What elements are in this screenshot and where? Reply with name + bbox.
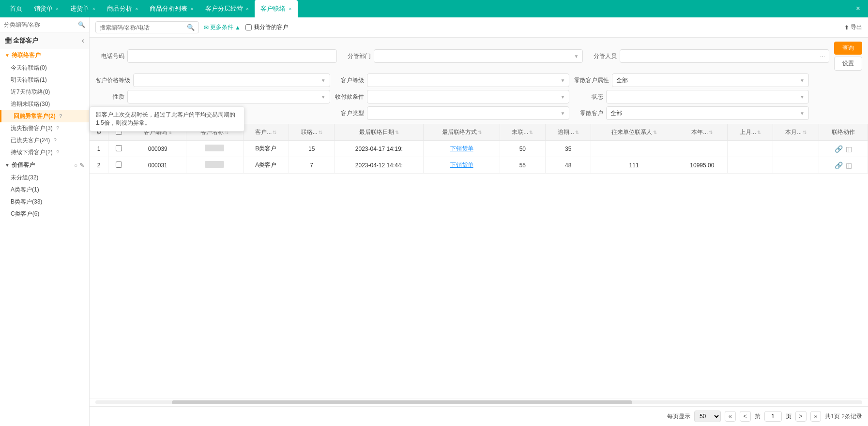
sidebar-item-tomorrow-pending[interactable]: 明天待联络(1) [0, 74, 89, 86]
my-customer-checkbox[interactable] [245, 24, 252, 30]
close-product-analysis-list-icon[interactable]: × [190, 6, 193, 12]
sidebar-item-b-class[interactable]: B类客户(33) [0, 196, 89, 208]
phone-input[interactable] [127, 49, 337, 63]
scrollbar-thumb[interactable] [172, 400, 632, 404]
th-this-year[interactable]: 本年... ⇅ [677, 124, 727, 141]
nav-purchase-order[interactable]: 进货单 × [64, 0, 101, 17]
customer-type-select[interactable]: ▼ [367, 106, 570, 120]
sidebar-search-icon[interactable]: 🔍 [78, 21, 85, 28]
nav-customer-tier[interactable]: 客户分层经营 × [199, 0, 255, 17]
sidebar-item-lost-warning[interactable]: 流失预警客户(3) ? [0, 122, 89, 134]
retail-customer-label: 零散客户 [574, 109, 603, 118]
value-customer-section[interactable]: 价值客户 ○ ✎ [0, 159, 89, 172]
sidebar-item-overdue[interactable]: 逾期未联络(30) [0, 98, 89, 110]
th-contact-count[interactable]: 联络... ⇅ [289, 124, 334, 141]
prev-page-button[interactable]: < [740, 411, 751, 422]
th-this-month[interactable]: 本月... ⇅ [773, 124, 819, 141]
nature-select[interactable]: ▼ [127, 90, 330, 103]
td-actions-2: 🔗 ◫ [819, 157, 868, 174]
th-last-contact-date[interactable]: 最后联络日期 ⇅ [335, 124, 424, 141]
value-customer-edit-icon[interactable]: ✎ [79, 162, 84, 169]
manager-select[interactable]: ··· [620, 49, 829, 63]
status-label: 状态 [574, 93, 603, 101]
sidebar-item-today-pending[interactable]: 今天待联络(0) [0, 62, 89, 74]
customer-type-arrow: ▼ [560, 111, 565, 116]
table-row: 1 000039 B类客户 15 2023-04-17 14:19: 下销货单 [90, 141, 868, 157]
th-customer-type[interactable]: 客户... ⇅ [243, 124, 289, 141]
window-close-button[interactable]: × [852, 4, 864, 13]
sidebar-item-ungrouped[interactable]: 未分组(32) [0, 172, 89, 184]
close-sales-order-icon[interactable]: × [56, 6, 59, 12]
row1-grid-action-icon[interactable]: ◫ [846, 145, 852, 153]
th-contact-person[interactable]: 往来单位联系人 ⇅ [591, 124, 677, 141]
search-icon[interactable]: 🔍 [187, 24, 195, 31]
value-customer-circle-icon[interactable]: ○ [74, 162, 77, 169]
search-input[interactable] [100, 24, 187, 31]
query-button[interactable]: 查询 [834, 42, 862, 55]
td-last-method-1[interactable]: 下销货单 [424, 141, 500, 157]
page-label-suffix: 页 [786, 412, 792, 421]
export-button[interactable]: ⬆ 导出 [844, 23, 862, 31]
sort-last-month-icon: ⇅ [757, 130, 761, 135]
sidebar-item-continuous-down[interactable]: 持续下滑客户(2) ? [0, 147, 89, 159]
sidebar-item-a-class[interactable]: A类客户(1) [0, 184, 89, 196]
td-actions-1: 🔗 ◫ [819, 141, 868, 157]
data-table-container: ⚙ 客户编码 ⇅ 客户名称 ⇅ [90, 124, 868, 398]
close-purchase-order-icon[interactable]: × [92, 6, 95, 12]
close-product-analysis-icon[interactable]: × [135, 6, 138, 12]
td-last-method-2[interactable]: 下销货单 [424, 157, 500, 174]
th-uncontacted[interactable]: 未联... ⇅ [500, 124, 545, 141]
row1-checkbox[interactable] [116, 145, 122, 151]
manager-label: 分管人员 [588, 52, 617, 60]
sidebar-search-container: 🔍 [0, 17, 89, 32]
status-select[interactable]: ▼ [606, 90, 809, 103]
my-customer-checkbox-container[interactable]: 我分管的客户 [245, 23, 289, 31]
filter-actions: 查询 设置 [834, 42, 862, 71]
sidebar-search-input[interactable] [4, 21, 78, 28]
manager-dots-icon[interactable]: ··· [820, 53, 825, 59]
td-this-month-2 [773, 157, 819, 174]
row2-grid-action-icon[interactable]: ◫ [846, 162, 852, 169]
nav-customer-contact[interactable]: 客户联络 × [255, 0, 297, 17]
retail-property-select[interactable]: 全部 ▼ [612, 73, 809, 87]
th-last-month[interactable]: 上月... ⇅ [728, 124, 773, 141]
department-select[interactable]: ▼ [374, 49, 583, 63]
td-contact-count-2: 7 [289, 157, 334, 174]
nav-product-analysis[interactable]: 商品分析 × [101, 0, 144, 17]
retail-customer-select[interactable]: 全部 ▼ [606, 106, 809, 120]
nav-product-analysis-list[interactable]: 商品分析列表 × [144, 0, 199, 17]
main-layout: 🔍 ▦ 全部客户 ‹ 待联络客户 今天待联络(0) 明天待联络(1) 近7天待联… [0, 17, 868, 426]
nav-sales-order[interactable]: 销货单 × [28, 0, 64, 17]
price-level-select[interactable]: ▼ [133, 73, 330, 87]
sidebar-collapse-icon[interactable]: ‹ [82, 36, 84, 45]
page-input[interactable] [764, 411, 782, 422]
page-size-select[interactable]: 50 100 200 [694, 411, 721, 422]
last-page-button[interactable]: » [810, 411, 822, 422]
sort-this-month-icon: ⇅ [803, 130, 807, 135]
next-page-button[interactable]: > [795, 411, 807, 422]
close-customer-contact-icon[interactable]: × [289, 6, 291, 12]
sidebar-item-repeat-abnormal[interactable]: 回购异常客户(2) ? [0, 110, 89, 122]
export-icon: ⬆ [844, 24, 849, 31]
close-customer-tier-icon[interactable]: × [246, 6, 249, 12]
scrollbar-track [95, 400, 862, 404]
nature-label: 性质 [95, 93, 124, 101]
row1-link-action-icon[interactable]: 🔗 [835, 145, 843, 153]
tooltip-repeat-abnormal: 距客户上次交易时长，超过了此客户的平均交易周期的1.5倍，则视为异常。 [90, 106, 244, 132]
customer-level-select[interactable]: ▼ [367, 73, 570, 87]
th-overdue[interactable]: 逾期... ⇅ [546, 124, 591, 141]
th-last-contact-method[interactable]: 最后联络方式 ⇅ [424, 124, 500, 141]
sidebar-all-customers[interactable]: ▦ 全部客户 ‹ [0, 32, 89, 49]
row2-link-action-icon[interactable]: 🔗 [835, 162, 843, 169]
row2-checkbox[interactable] [116, 162, 122, 168]
filter-customer-type: 客户类型 ▼ [335, 106, 570, 120]
sidebar-item-lost[interactable]: 已流失客户(24) ? [0, 134, 89, 147]
payment-select[interactable]: ▼ [367, 90, 570, 103]
nav-home[interactable]: 首页 [4, 0, 28, 17]
first-page-button[interactable]: « [725, 411, 736, 422]
sidebar-item-c-class[interactable]: C类客户(6) [0, 208, 89, 220]
setting-button[interactable]: 设置 [834, 57, 862, 71]
td-code-1: 000039 [129, 141, 186, 157]
sidebar-item-7day-pending[interactable]: 近7天待联络(0) [0, 86, 89, 98]
more-conditions-button[interactable]: ✉ 更多条件 ▲ [204, 23, 241, 31]
